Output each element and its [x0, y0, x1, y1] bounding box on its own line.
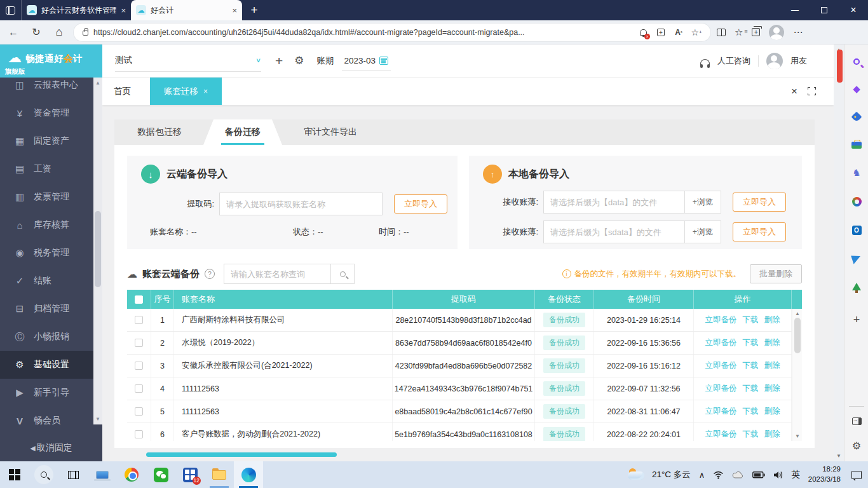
onedrive-cloud-icon[interactable]	[732, 471, 744, 478]
search-button[interactable]	[330, 264, 355, 284]
backup-now-link[interactable]: 立即备份	[705, 337, 737, 348]
maximize-button[interactable]	[810, 0, 839, 20]
sidebar-item-fixed-assets[interactable]: 固定资产	[0, 127, 93, 155]
delete-link[interactable]: 删除	[764, 315, 780, 325]
delete-link[interactable]: 删除	[764, 429, 780, 440]
sidebar-item-invoices[interactable]: 发票管理	[0, 183, 93, 211]
close-window-button[interactable]: ×	[839, 0, 868, 20]
speaker-icon[interactable]	[773, 471, 783, 479]
scroll-down-icon[interactable]: ▼	[834, 453, 844, 459]
browser-profile-avatar[interactable]	[769, 25, 784, 40]
row-checkbox[interactable]	[135, 316, 143, 324]
scroll-up-icon[interactable]: ▲	[93, 80, 102, 86]
page-scrollbar-thumb[interactable]	[837, 50, 843, 83]
backup-search-input[interactable]	[224, 264, 330, 284]
delete-link[interactable]: 删除	[764, 406, 780, 417]
notifications-blocked-icon[interactable]: ×	[635, 25, 651, 40]
back-button[interactable]: ←	[4, 23, 23, 42]
add-sidebar-app-icon[interactable]: +	[844, 310, 868, 329]
settings-gear-icon[interactable]: ⚙	[294, 54, 304, 67]
download-link[interactable]: 下载	[743, 315, 759, 325]
collections-icon[interactable]: +	[752, 28, 760, 36]
help-icon[interactable]: ?	[205, 269, 215, 279]
add-account-button[interactable]: +	[275, 53, 283, 69]
scroll-down-icon[interactable]: ▼	[792, 433, 803, 439]
read-aloud-icon[interactable]: Aᵃ	[671, 25, 686, 40]
local-import-sdata-button[interactable]: 立即导入	[733, 222, 786, 241]
new-tab-button[interactable]: +	[245, 1, 264, 20]
backup-now-link[interactable]: 立即备份	[705, 429, 737, 440]
home-button[interactable]: ⌂	[50, 23, 69, 42]
file-explorer-app[interactable]	[205, 461, 234, 488]
tab-backup-migrate[interactable]: 备份迁移	[203, 119, 282, 145]
backup-now-link[interactable]: 立即备份	[705, 360, 737, 371]
support-link[interactable]: 人工咨询	[717, 55, 750, 67]
sidebar-item-funds[interactable]: 资金管理	[0, 99, 93, 127]
minimize-button[interactable]: —	[780, 0, 810, 20]
company-selector[interactable]: 测试 ∨	[115, 50, 261, 72]
sidebar-item-closing[interactable]: 结账	[0, 267, 93, 295]
add-favorite-icon[interactable]: ☆+	[689, 25, 704, 40]
tab-close-icon[interactable]: ×	[232, 6, 237, 15]
row-checkbox[interactable]	[135, 339, 143, 347]
taskbar-clock[interactable]: 18:292023/3/18	[808, 464, 841, 484]
extraction-code-input[interactable]	[219, 193, 383, 215]
favorites-icon[interactable]: ☆≡	[735, 27, 743, 38]
sidebar-item-archive[interactable]: 归档管理	[0, 295, 93, 323]
sidebar-item-inventory[interactable]: 库存核算	[0, 211, 93, 239]
scroll-down-icon[interactable]: ▼	[93, 416, 102, 422]
scroll-up-icon[interactable]: ▲	[792, 311, 803, 316]
fullscreen-icon[interactable]	[808, 87, 816, 95]
sidebar-item-salary[interactable]: 工资	[0, 155, 93, 183]
tab-data-package-migrate[interactable]: 数据包迁移	[116, 119, 203, 145]
edge-app[interactable]	[234, 461, 263, 488]
sidebar-toggle-icon[interactable]	[844, 412, 868, 431]
sidebar-item-guide[interactable]: 新手引导	[0, 379, 93, 407]
games-icon[interactable]: ♞	[844, 163, 868, 182]
browse-data-button[interactable]: +浏览	[684, 191, 721, 214]
task-view-button[interactable]	[58, 461, 88, 488]
row-checkbox[interactable]	[135, 384, 143, 393]
browser-tab-inactive[interactable]: ☁ 好会计云财务软件管理系统_会计 ×	[22, 0, 131, 20]
tools-icon[interactable]	[844, 135, 868, 154]
browser-menu-icon[interactable]: ⋯	[793, 27, 803, 38]
unpin-sidebar-button[interactable]: ◀取消固定	[0, 442, 102, 454]
refresh-button[interactable]: ↻	[27, 23, 46, 42]
close-tab-icon[interactable]: ×	[203, 87, 208, 96]
backup-now-link[interactable]: 立即备份	[705, 406, 737, 417]
backup-now-link[interactable]: 立即备份	[705, 315, 737, 325]
battery-icon[interactable]	[752, 471, 765, 478]
scrollbar-thumb[interactable]	[794, 318, 801, 353]
sidebar-item-tax[interactable]: 税务管理	[0, 239, 93, 267]
remote-desktop-app[interactable]	[88, 461, 117, 488]
start-button[interactable]	[0, 461, 29, 488]
browse-sdata-button[interactable]: +浏览	[684, 220, 721, 243]
delete-link[interactable]: 删除	[764, 360, 780, 371]
taskbar-search-button[interactable]	[29, 461, 58, 488]
shopping-icon[interactable]	[844, 107, 868, 126]
batch-delete-button[interactable]: 批量删除	[750, 264, 802, 283]
screenshot-tool-icon[interactable]: +	[653, 25, 668, 40]
local-import-data-button[interactable]: 立即导入	[733, 193, 786, 212]
row-checkbox[interactable]	[135, 407, 143, 416]
period-selector[interactable]: 2023-03	[342, 51, 391, 71]
app-with-badge[interactable]: 12	[175, 461, 205, 488]
sdata-file-input[interactable]	[543, 220, 684, 243]
action-center-icon[interactable]	[851, 471, 862, 479]
drop-icon[interactable]	[844, 249, 868, 268]
download-link[interactable]: 下载	[743, 337, 759, 348]
scrollbar-thumb[interactable]	[95, 211, 101, 287]
browser-tab-active[interactable]: ☁ 好会计 ×	[131, 0, 242, 20]
sidebar-item-expense[interactable]: 小畅报销	[0, 323, 93, 351]
tab-audit-export[interactable]: 审计文件导出	[282, 119, 379, 145]
outlook-icon[interactable]: O	[844, 220, 868, 240]
table-scrollbar[interactable]: ▲ ▼	[792, 309, 802, 441]
tab-account-migrate[interactable]: 账套迁移 ×	[150, 78, 222, 105]
wifi-icon[interactable]	[713, 471, 724, 479]
row-checkbox[interactable]	[135, 430, 143, 438]
tab-actions-menu-button[interactable]	[0, 0, 22, 20]
show-hidden-icons[interactable]: ∧	[699, 470, 705, 480]
cloud-import-button[interactable]: 立即导入	[394, 194, 447, 214]
download-link[interactable]: 下载	[743, 360, 759, 371]
close-all-icon[interactable]: ×	[791, 85, 797, 98]
